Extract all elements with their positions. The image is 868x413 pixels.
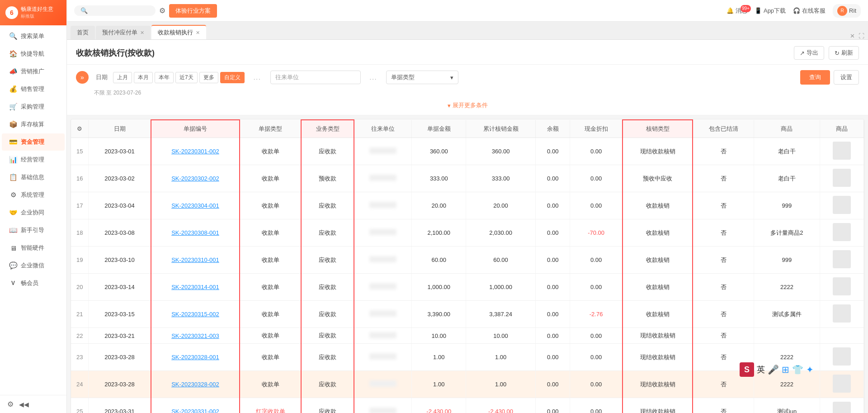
sidebar-item-guide[interactable]: 📖 新手引导 [2,222,65,239]
tab-writeoff-close[interactable]: ✕ [196,30,200,36]
cell-partner [354,328,412,344]
cell-bill-no[interactable]: SK-20230301-002 [151,138,240,165]
user-item[interactable]: R Rit [833,4,861,18]
sidebar-item-sales[interactable]: 💰 销售管理 [2,81,65,98]
table-row[interactable]: 16 2023-03-02 SK-20230302-002 收款单 预收款 33… [71,165,864,192]
sidebar-item-label: 销售管理 [21,85,44,93]
table-row[interactable]: 18 2023-03-08 SK-20230308-001 收款单 应收款 2,… [71,219,864,247]
app-download-item[interactable]: 📱 App下载 [755,7,786,15]
topbar-gear-icon[interactable]: ⚙ [159,6,165,15]
table-row[interactable]: 23 2023-03-28 SK-20230328-001 收款单 应收款 1.… [71,344,864,371]
sidebar-item-purchase[interactable]: 🛒 采购管理 [2,98,65,115]
cell-product: 2222 [754,371,820,398]
sidebar-item-system[interactable]: ⚙ 系统管理 [2,186,65,204]
cell-settings[interactable]: 24 [71,371,89,398]
cell-bill-no[interactable]: SK-20230304-001 [151,192,240,219]
cell-bill-no[interactable]: SK-20230302-002 [151,165,240,192]
sidebar-item-search[interactable]: 🔍 搜索菜单 [2,28,65,45]
sidebar-item-finance[interactable]: 💳 资金管理 [2,133,65,151]
cell-bill-no[interactable]: SK-20230331-002 [151,398,240,413]
cell-bill-type: 收款单 [240,274,301,301]
date-btn-last-month[interactable]: 上月 [113,72,132,83]
table-row[interactable]: 21 2023-03-15 SK-20230315-002 收款单 应收款 3,… [71,301,864,328]
sidebar-item-operation[interactable]: 📊 经营管理 [2,151,65,168]
sidebar-collapse-icon[interactable]: ◀◀ [19,401,29,408]
bill-type-filter-select[interactable]: 单据类型 ▾ [386,71,458,84]
cell-bill-no[interactable]: SK-20230310-001 [151,247,240,274]
cell-settings[interactable]: 19 [71,247,89,274]
online-support-item[interactable]: 🎧 在线客服 [793,7,826,15]
cell-amount: 3,390.00 [412,301,466,328]
settings-button[interactable]: 设置 [834,70,859,85]
th-balance: 余额 [536,120,570,138]
cell-incl-clear: 否 [693,398,754,413]
cell-date: 2023-03-21 [89,328,151,344]
table-row[interactable]: 17 2023-03-04 SK-20230304-001 收款单 应收款 20… [71,192,864,219]
tab-close-all-icon[interactable]: ✕ [850,33,855,39]
phone-icon: 📱 [755,7,762,14]
th-settings[interactable]: ⚙ [71,120,89,138]
table-row[interactable]: 19 2023-03-10 SK-20230310-001 收款单 应收款 60… [71,247,864,274]
cell-settings[interactable]: 17 [71,192,89,219]
table-row[interactable]: 20 2023-03-14 SK-20230314-001 收款单 应收款 1,… [71,274,864,301]
notification-item[interactable]: 🔔 消息 99+ [726,7,747,15]
cell-settings[interactable]: 18 [71,219,89,247]
export-button[interactable]: ↗ 导出 [794,46,824,60]
cell-date: 2023-03-15 [89,301,151,328]
table-row[interactable]: 15 2023-03-01 SK-20230301-002 收款单 应收款 36… [71,138,864,165]
date-btn-custom[interactable]: 自定义 [220,72,245,83]
sidebar-item-wechat[interactable]: 💬 企业微信 [2,257,65,274]
online-support-label: 在线客服 [802,7,826,15]
partner-filter-input[interactable]: 往来单位 [270,71,361,84]
sidebar-item-hardware[interactable]: 🖥 智能硬件 [2,239,65,256]
cell-settings[interactable]: 20 [71,274,89,301]
cell-bill-no[interactable]: SK-20230328-001 [151,344,240,371]
tab-home[interactable]: 首页 [71,26,95,39]
sidebar-item-shortcut[interactable]: 🏠 快捷导航 [2,45,65,62]
sidebar-item-label: 基础信息 [21,173,44,181]
sidebar-item-enterprise[interactable]: 🤝 企业协同 [2,204,65,221]
cell-incl-clear: 否 [693,301,754,328]
tab-prepay[interactable]: 预付冲应付单 ✕ [96,26,151,39]
sidebar-item-inventory[interactable]: 📦 库存核算 [2,116,65,133]
table-row[interactable]: 25 2023-03-31 SK-20230331-002 红字收款单 应收款 … [71,398,864,413]
cell-settings[interactable]: 15 [71,138,89,165]
sidebar-item-member[interactable]: V 畅会员 [2,275,65,292]
cell-date: 2023-03-28 [89,344,151,371]
filter-collapse-btn[interactable]: » [76,71,89,84]
tab-prepay-label: 预付冲应付单 [102,28,137,37]
cell-bill-no[interactable]: SK-20230308-001 [151,219,240,247]
cell-settings[interactable]: 23 [71,344,89,371]
date-btn-this-year[interactable]: 本年 [155,72,174,83]
cell-bill-no[interactable]: SK-20230314-001 [151,274,240,301]
cell-settings[interactable]: 22 [71,328,89,344]
user-avatar: R [837,6,847,16]
cell-writeoff-type: 现结收款核销 [623,398,693,413]
cell-amount: -2,430.00 [412,398,466,413]
cell-bill-no[interactable]: SK-20230315-002 [151,301,240,328]
tab-expand-icon[interactable]: ⛶ [859,33,864,39]
topbar-search[interactable]: 🔍 [74,5,156,16]
cell-settings[interactable]: 21 [71,301,89,328]
tab-prepay-close[interactable]: ✕ [140,30,144,36]
sidebar-item-marketing[interactable]: 📣 营销推广 [2,63,65,80]
expand-more-btn[interactable]: ▾ 展开更多条件 [76,101,859,109]
solution-button[interactable]: 体验行业方案 [169,4,217,18]
date-btn-more[interactable]: 更多 [199,72,218,83]
sidebar-item-label: 新手引导 [21,226,44,234]
date-btn-this-month[interactable]: 本月 [134,72,153,83]
cell-settings[interactable]: 25 [71,398,89,413]
cell-settings[interactable]: 16 [71,165,89,192]
cell-product: 2222 [754,344,820,371]
date-btn-7days[interactable]: 近7天 [175,72,198,83]
sidebar-item-basic[interactable]: 📋 基础信息 [2,169,65,186]
tab-writeoff[interactable]: 收款核销执行 ✕ [151,25,206,39]
cell-bill-no[interactable]: SK-20230328-002 [151,371,240,398]
cell-bill-no[interactable]: SK-20230321-003 [151,328,240,344]
refresh-button[interactable]: ↻ 刷新 [829,46,859,60]
cell-biz-type: 应收款 [301,274,354,301]
query-button[interactable]: 查询 [800,70,830,85]
sidebar-settings-icon[interactable]: ⚙ [7,400,14,408]
table-row[interactable]: 22 2023-03-21 SK-20230321-003 收款单 应收款 10… [71,328,864,344]
table-row[interactable]: 24 2023-03-28 SK-20230328-002 收款单 应收款 1.… [71,371,864,398]
